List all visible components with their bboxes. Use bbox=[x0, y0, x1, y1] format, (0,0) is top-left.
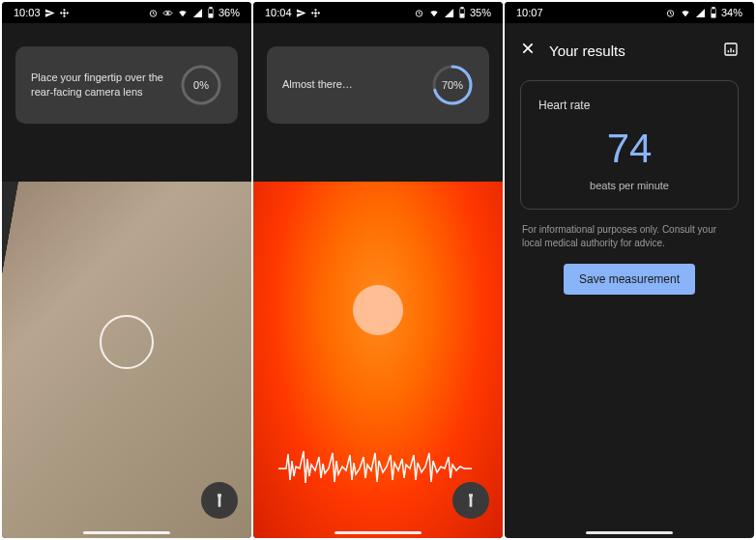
metric-label: Heart rate bbox=[538, 99, 720, 112]
send-icon bbox=[44, 8, 55, 18]
svg-point-15 bbox=[317, 12, 319, 14]
svg-point-6 bbox=[166, 12, 169, 14]
battery-icon bbox=[207, 7, 215, 18]
status-bar: 10:03 36% bbox=[2, 2, 251, 23]
svg-point-2 bbox=[63, 14, 65, 16]
metric-value: 74 bbox=[538, 126, 720, 172]
chart-button[interactable] bbox=[723, 42, 739, 61]
status-time: 10:03 bbox=[14, 7, 41, 18]
disclaimer-text: For informational purposes only. Consult… bbox=[522, 223, 737, 250]
metric-unit: beats per minute bbox=[538, 180, 720, 191]
svg-point-0 bbox=[63, 12, 66, 14]
instruction-text: Place your fingertip over the rear-facin… bbox=[31, 71, 164, 100]
flashlight-button[interactable] bbox=[452, 482, 489, 519]
pulse-indicator-icon bbox=[353, 285, 403, 335]
close-button[interactable] bbox=[520, 41, 536, 61]
signal-icon bbox=[695, 8, 706, 18]
status-time: 10:04 bbox=[265, 7, 292, 18]
progress-label: 0% bbox=[180, 64, 222, 106]
instruction-text: Almost there… bbox=[282, 77, 416, 92]
svg-point-12 bbox=[314, 9, 316, 11]
svg-point-14 bbox=[311, 12, 313, 14]
waveform-icon bbox=[278, 440, 472, 497]
progress-ring: 0% bbox=[180, 64, 222, 106]
svg-rect-19 bbox=[460, 14, 464, 17]
progress-label: 70% bbox=[431, 64, 474, 106]
svg-point-3 bbox=[60, 12, 62, 14]
flower-icon bbox=[310, 8, 321, 18]
nav-bar[interactable] bbox=[253, 529, 503, 535]
result-card: Heart rate 74 beats per minute bbox=[520, 80, 739, 210]
instruction-card: Place your fingertip over the rear-facin… bbox=[15, 46, 238, 124]
flashlight-icon bbox=[463, 493, 479, 508]
svg-point-1 bbox=[63, 9, 65, 11]
instruction-card: Almost there… 70% bbox=[267, 46, 489, 124]
chart-icon bbox=[723, 42, 739, 57]
results-title: Your results bbox=[549, 43, 710, 59]
battery-icon bbox=[458, 7, 466, 18]
svg-point-13 bbox=[314, 14, 316, 16]
phone-screen-initial: 10:03 36% Place your fingertip over the … bbox=[2, 2, 251, 538]
status-time: 10:07 bbox=[516, 7, 543, 18]
svg-rect-8 bbox=[210, 8, 212, 9]
flower-icon bbox=[59, 8, 70, 18]
wifi-icon bbox=[428, 8, 440, 18]
svg-rect-9 bbox=[209, 14, 213, 17]
battery-percent: 36% bbox=[218, 7, 240, 18]
close-icon bbox=[520, 41, 536, 56]
save-measurement-button[interactable]: Save measurement bbox=[564, 264, 695, 295]
svg-rect-24 bbox=[712, 8, 714, 9]
flashlight-button[interactable] bbox=[201, 482, 238, 519]
nav-bar[interactable] bbox=[2, 529, 251, 535]
nav-bar[interactable] bbox=[505, 529, 754, 535]
phone-screen-results: 10:07 34% Your results Heart rate 74 bea… bbox=[505, 2, 754, 538]
wifi-icon bbox=[177, 8, 189, 18]
alarm-icon bbox=[414, 8, 424, 18]
battery-icon bbox=[710, 7, 717, 18]
status-bar: 10:04 35% bbox=[253, 2, 503, 23]
signal-icon bbox=[444, 8, 454, 18]
alarm-icon bbox=[148, 8, 159, 18]
focus-ring-icon bbox=[100, 315, 154, 369]
camera-viewfinder[interactable] bbox=[2, 182, 251, 538]
wifi-icon bbox=[680, 8, 691, 18]
battery-percent: 35% bbox=[470, 7, 491, 18]
camera-viewfinder[interactable] bbox=[253, 182, 503, 538]
svg-rect-25 bbox=[712, 14, 715, 17]
svg-rect-18 bbox=[461, 8, 463, 9]
send-icon bbox=[296, 8, 306, 18]
signal-icon bbox=[192, 8, 203, 18]
svg-point-4 bbox=[66, 12, 68, 14]
eye-icon bbox=[162, 8, 173, 18]
results-header: Your results bbox=[520, 23, 739, 80]
progress-ring: 70% bbox=[431, 64, 474, 106]
phone-screen-measuring: 10:04 35% Almost there… 70% bbox=[253, 2, 503, 538]
status-bar: 10:07 34% bbox=[505, 2, 754, 23]
svg-point-11 bbox=[314, 12, 317, 14]
battery-percent: 34% bbox=[721, 7, 742, 18]
flashlight-icon bbox=[212, 493, 227, 508]
alarm-icon bbox=[665, 8, 676, 18]
